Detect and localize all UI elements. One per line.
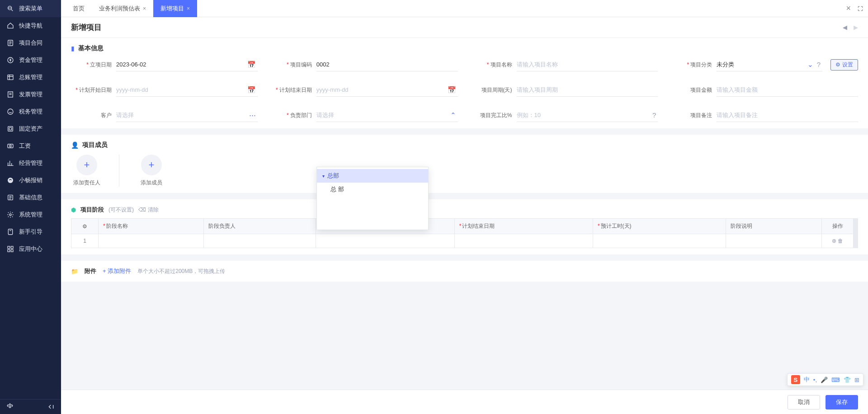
input-period[interactable]: [517, 83, 658, 97]
collapse-icon[interactable]: [47, 403, 55, 410]
date-input[interactable]: [116, 86, 245, 93]
calendar-icon[interactable]: 📅: [245, 61, 258, 69]
settings-button[interactable]: ⚙设置: [830, 59, 858, 71]
input-name[interactable]: [517, 58, 658, 71]
text-input[interactable]: [717, 112, 858, 118]
settings-icon[interactable]: [6, 403, 14, 410]
tab-profit[interactable]: 业务利润预估表×: [92, 0, 153, 17]
sidebar-item-salary[interactable]: 工资: [0, 137, 61, 155]
text-input[interactable]: [517, 61, 658, 68]
clear-label: 清除: [148, 206, 159, 214]
sidebar-item-guide[interactable]: 新手引导: [0, 223, 61, 240]
date-input[interactable]: [316, 86, 446, 93]
clear-button[interactable]: ⌫清除: [138, 206, 159, 214]
sidebar-item-contract[interactable]: 项目合同: [0, 34, 61, 52]
svg-point-8: [9, 145, 11, 147]
add-member-button[interactable]: +: [141, 155, 162, 175]
sidebar-item-quicknav[interactable]: 快捷导航: [0, 17, 61, 34]
ime-mic-icon[interactable]: 🎤: [821, 376, 828, 383]
save-button[interactable]: 保存: [826, 395, 858, 409]
field-customer: 客户 ⋯: [71, 108, 258, 122]
date-input[interactable]: [116, 61, 245, 68]
add-row-icon[interactable]: ⊕: [832, 238, 836, 244]
sidebar-item-base[interactable]: 基础信息: [0, 189, 61, 206]
col-desc: 阶段说明: [726, 219, 821, 234]
select-department[interactable]: ⌃: [316, 108, 458, 122]
sidebar-item-system[interactable]: 系统管理: [0, 206, 61, 223]
fullscreen-icon[interactable]: [857, 5, 863, 12]
ime-skin-icon[interactable]: 👕: [844, 376, 851, 383]
label: 项目名称: [472, 61, 512, 69]
help-icon[interactable]: ?: [651, 111, 658, 119]
cell-desc[interactable]: [726, 234, 821, 248]
sidebar-item-invoice[interactable]: 发票管理: [0, 86, 61, 103]
calendar-icon[interactable]: 📅: [446, 86, 458, 94]
ime-tools-icon[interactable]: ⊞: [854, 376, 859, 383]
more-icon[interactable]: ⋯: [247, 111, 258, 119]
select-input[interactable]: [717, 61, 805, 68]
sidebar-item-appcenter[interactable]: 应用中心: [0, 240, 61, 258]
calendar-icon[interactable]: 📅: [245, 86, 258, 94]
text-input[interactable]: [517, 112, 651, 118]
ime-toolbar[interactable]: S 中 •, 🎤 ⌨ 👕 ⊞: [787, 373, 863, 386]
close-icon[interactable]: ×: [143, 5, 146, 12]
text-input[interactable]: [517, 86, 658, 93]
cell-owner[interactable]: [203, 234, 316, 248]
svg-point-17: [9, 406, 11, 408]
select-input[interactable]: [316, 112, 448, 118]
money-icon: [6, 56, 14, 64]
input-plan-start[interactable]: 📅: [116, 83, 258, 97]
close-icon[interactable]: ×: [187, 5, 190, 12]
sidebar-search[interactable]: 搜索菜单: [0, 0, 61, 17]
apps-icon: [6, 245, 14, 253]
table-scrollbar[interactable]: [854, 218, 858, 248]
table-row[interactable]: 1 ⊕ 🗑: [71, 234, 854, 248]
next-icon[interactable]: ▶: [854, 24, 858, 31]
dropdown-option[interactable]: ▾总部: [317, 169, 428, 183]
dropdown-option[interactable]: 总 部: [317, 183, 428, 196]
cell-start[interactable]: [316, 234, 454, 248]
sidebar-item-ops[interactable]: 经营管理: [0, 155, 61, 172]
text-input[interactable]: [316, 61, 458, 68]
ime-keyboard-icon[interactable]: ⌨: [831, 376, 840, 383]
cell-end[interactable]: [454, 234, 593, 248]
add-attachment-link[interactable]: + 添加附件: [103, 267, 131, 275]
add-owner-button[interactable]: +: [76, 155, 97, 175]
col-gear[interactable]: ⚙: [71, 219, 99, 234]
select-customer[interactable]: ⋯: [116, 108, 258, 122]
input-plan-end[interactable]: 📅: [316, 83, 458, 97]
cell-name[interactable]: [99, 234, 204, 248]
input-done[interactable]: ?: [517, 108, 658, 122]
help-icon[interactable]: ?: [815, 61, 822, 68]
input-amount[interactable]: [717, 83, 858, 97]
close-all-icon[interactable]: ×: [846, 4, 851, 13]
input-remark[interactable]: [717, 108, 858, 122]
input-lxdate[interactable]: 📅: [116, 58, 258, 71]
tab-home[interactable]: 首页: [66, 0, 92, 17]
chevron-up-icon[interactable]: ⌃: [448, 111, 458, 119]
cancel-button[interactable]: 取消: [788, 395, 820, 409]
sidebar-item-ledger[interactable]: 总账管理: [0, 69, 61, 86]
delete-row-icon[interactable]: 🗑: [838, 238, 843, 244]
sidebar-item-tax[interactable]: 税务管理: [0, 103, 61, 120]
sidebar-item-reimburse[interactable]: 小畅报销: [0, 172, 61, 189]
prev-icon[interactable]: ◀: [843, 24, 847, 31]
text-input[interactable]: [717, 86, 858, 93]
sidebar-item-asset[interactable]: 固定资产: [0, 120, 61, 137]
select-input[interactable]: [116, 112, 247, 118]
ime-punct-icon[interactable]: •,: [813, 376, 817, 383]
cell-hours[interactable]: [593, 234, 726, 248]
col-ops: 操作: [822, 219, 854, 234]
ime-lang[interactable]: 中: [804, 376, 810, 384]
input-code[interactable]: [316, 58, 458, 71]
chevron-down-icon[interactable]: ⌄: [806, 61, 815, 69]
ledger-icon: [6, 73, 14, 81]
select-category[interactable]: ⌄?: [717, 58, 822, 71]
sidebar-item-label: 工资: [19, 142, 31, 150]
sidebar-item-fund[interactable]: 资金管理: [0, 52, 61, 69]
sidebar-item-label: 经营管理: [19, 159, 42, 167]
home-icon: [6, 22, 14, 30]
field-amount: 项目金额: [671, 83, 858, 97]
add-label: 添加责任人: [73, 179, 100, 187]
tab-newproject[interactable]: 新增项目×: [153, 0, 197, 17]
